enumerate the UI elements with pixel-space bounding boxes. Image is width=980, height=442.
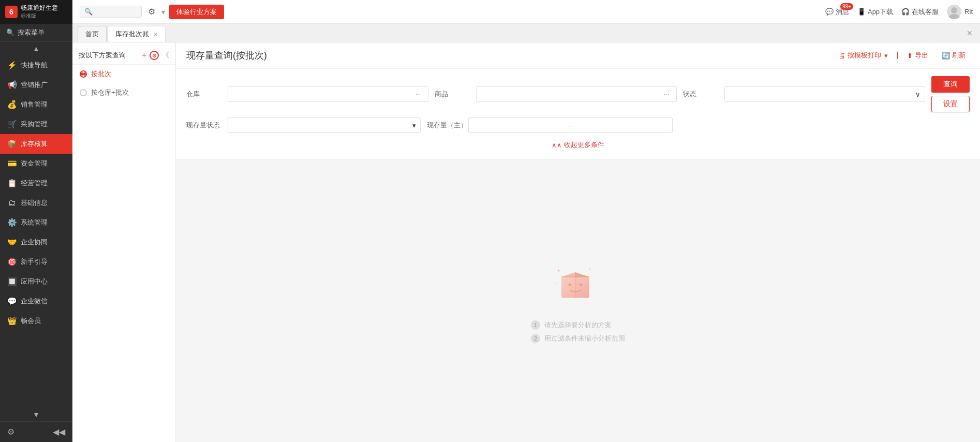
warehouse-input[interactable]: ··· (228, 86, 428, 102)
topbar-search-input[interactable] (95, 8, 136, 16)
settings-icon[interactable]: ⚙ (7, 427, 14, 437)
tab-home[interactable]: 首页 (78, 26, 107, 42)
close-all-tabs-icon[interactable]: ✕ (964, 27, 975, 39)
topbar-left: 🔍 ⚙ ▾ 体验行业方案 (80, 5, 820, 19)
collapse-panel-icon[interactable]: 《 (162, 51, 169, 60)
warehouse-field: 仓库 ··· (186, 86, 428, 102)
sidebar-item-app-center[interactable]: 🔲 应用中心 (0, 272, 72, 291)
search-menu-label: 搜索菜单 (18, 28, 44, 37)
scroll-up-button[interactable]: ▲ (31, 43, 41, 54)
product-field: 商品 ··· (435, 86, 677, 102)
svg-text:✦: ✦ (557, 268, 561, 273)
guide-icon: 🎯 (7, 257, 17, 267)
refresh-icon: 🔄 (942, 52, 950, 60)
search-menu[interactable]: 🔍 搜索菜单 (0, 24, 72, 42)
sidebar-item-sales[interactable]: 💰 销售管理 (0, 95, 72, 114)
app-center-icon: 🔲 (7, 277, 17, 286)
app-download-item[interactable]: 📱 App下载 (857, 7, 893, 17)
scheme-by-warehouse-batch-label: 按仓库+批次 (91, 88, 129, 97)
sidebar-item-system[interactable]: ⚙️ 系统管理 (0, 213, 72, 232)
sidebar-item-label: 库存核算 (21, 139, 48, 149)
app-title: 畅康通好生意 (21, 4, 58, 12)
tabbar: 首页 库存批次账 ✕ ✕ (72, 24, 980, 42)
topbar-dropdown-icon[interactable]: ▾ (161, 8, 165, 16)
filter-panel-header: 按以下方案查询 + ⚙ 《 (72, 48, 175, 65)
sidebar-item-inventory[interactable]: 📦 库存核算 (0, 134, 72, 154)
collapse-up-icon: ∧∧ (552, 141, 562, 149)
topbar-search-icon: 🔍 (84, 8, 93, 16)
scheme-radio-inactive (80, 89, 87, 96)
empty-step-1: 1 请先选择要分析的方案 (531, 320, 625, 330)
sidebar-item-label: 资金管理 (21, 159, 48, 168)
inventory-qty-range: — (468, 117, 673, 133)
product-input[interactable]: ··· (476, 86, 677, 102)
sidebar-item-finance[interactable]: 💳 资金管理 (0, 154, 72, 173)
tab-close-icon[interactable]: ✕ (153, 31, 158, 38)
sidebar-item-label: 应用中心 (21, 277, 48, 286)
topbar: 🔍 ⚙ ▾ 体验行业方案 💬 消息 99+ 📱 App下载 🎧 在线客服 (72, 0, 980, 24)
online-service-item[interactable]: 🎧 在线客服 (901, 7, 939, 17)
svg-text:✦: ✦ (588, 267, 591, 271)
sidebar-item-label: 畅会员 (21, 316, 41, 326)
query-button[interactable]: 查询 (931, 76, 970, 93)
sidebar-item-member[interactable]: 👑 畅会员 (0, 311, 72, 331)
refresh-button[interactable]: 🔄 刷新 (938, 49, 970, 62)
export-button[interactable]: ⬆ 导出 (903, 49, 932, 62)
experience-btn[interactable]: 体验行业方案 (169, 5, 224, 19)
collapse-row[interactable]: ∧∧ 收起更多条件 (186, 138, 970, 152)
search-icon: 🔍 (6, 28, 14, 36)
scheme-settings-icon[interactable]: ⚙ (150, 51, 159, 60)
filter-panel-actions: + ⚙ 《 (142, 51, 169, 60)
inventory-qty-from[interactable] (469, 119, 564, 132)
set-button[interactable]: 设置 (931, 96, 970, 112)
export-label: 导出 (915, 51, 928, 60)
inventory-qty-to[interactable] (577, 119, 672, 132)
status-field: 状态 ∨ (683, 86, 925, 102)
sidebar-item-basic[interactable]: 🗂 基础信息 (0, 193, 72, 213)
inventory-status-field: 现存量状态 ▾ (186, 117, 421, 133)
page-header: 现存量查询(按批次) 🖨 按模板打印 ▾ ⬆ 导出 🔄 刷新 (176, 42, 980, 69)
scheme-by-batch-label: 按批次 (91, 69, 111, 79)
sidebar-item-enterprise[interactable]: 🤝 企业协同 (0, 232, 72, 252)
scroll-down-button[interactable]: ▼ (31, 409, 41, 420)
sidebar-item-operations[interactable]: 📋 经营管理 (0, 173, 72, 193)
warehouse-more-btn[interactable]: ··· (412, 90, 424, 99)
sidebar-item-guide[interactable]: 🎯 新手引导 (0, 252, 72, 272)
basic-icon: 🗂 (7, 198, 17, 208)
app-logo: 6 (5, 6, 18, 18)
product-more-btn[interactable]: ··· (661, 90, 672, 99)
scroll-up-area: ▲ (0, 42, 72, 55)
operations-icon: 📋 (7, 179, 17, 188)
empty-icon: ✦ ✦ ★ (552, 258, 604, 310)
page-actions: 🖨 按模板打印 ▾ ⬆ 导出 🔄 刷新 (835, 49, 970, 62)
sidebar-item-purchase[interactable]: 🛒 采购管理 (0, 114, 72, 134)
app-subtitle: 标准版 (21, 12, 58, 20)
svg-point-1 (949, 14, 959, 19)
refresh-label: 刷新 (952, 51, 966, 60)
print-dropdown-icon[interactable]: ▾ (884, 52, 888, 60)
topbar-gear-icon[interactable]: ⚙ (146, 5, 157, 19)
inventory-status-select[interactable]: ▾ (228, 117, 421, 133)
empty-step-2: 2 用过滤条件来缩小分析范围 (531, 334, 625, 343)
print-icon: 🖨 (839, 52, 845, 60)
inventory-icon: 📦 (7, 139, 17, 149)
print-button[interactable]: 🖨 按模板打印 ▾ (835, 49, 892, 62)
collapse-sidebar-icon[interactable]: ◀◀ (53, 427, 65, 437)
sidebar-item-marketing[interactable]: 📢 营销推广 (0, 75, 72, 95)
sidebar-item-quick-nav[interactable]: ⚡ 快捷导航 (0, 55, 72, 75)
topbar-right: 💬 消息 99+ 📱 App下载 🎧 在线客服 Rit (825, 5, 973, 19)
sidebar-item-wechat[interactable]: 💬 企业微信 (0, 291, 72, 311)
user-profile-item[interactable]: Rit (947, 5, 973, 19)
scroll-down-area: ▼ (0, 408, 72, 421)
message-item[interactable]: 💬 消息 99+ (825, 7, 849, 17)
scheme-by-warehouse-batch[interactable]: 按仓库+批次 (72, 83, 175, 102)
sales-icon: 💰 (7, 100, 17, 109)
inventory-status-label: 现存量状态 (186, 121, 228, 130)
add-scheme-button[interactable]: + (142, 51, 146, 60)
action-buttons: 查询 设置 (931, 76, 970, 112)
tab-inventory-batch[interactable]: 库存批次账 ✕ (108, 26, 166, 42)
status-select[interactable]: ∨ (724, 86, 925, 102)
scheme-by-batch[interactable]: 按批次 (72, 65, 175, 83)
tab-home-label: 首页 (85, 30, 99, 39)
username-label: Rit (964, 8, 973, 16)
